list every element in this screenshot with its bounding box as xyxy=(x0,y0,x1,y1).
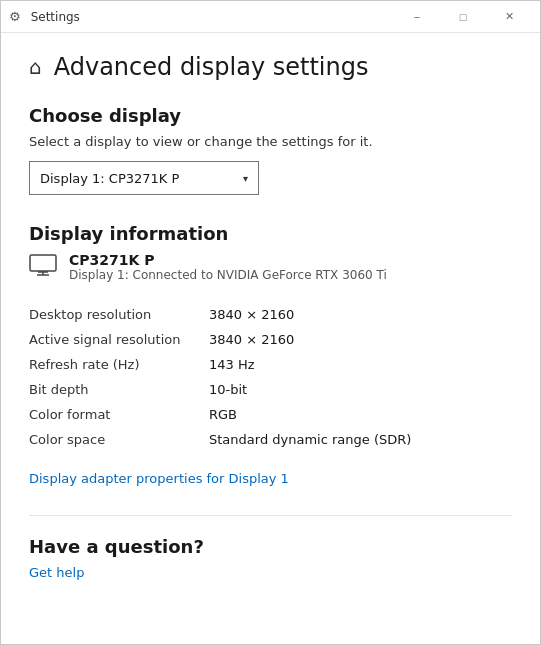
info-value: 143 Hz xyxy=(209,352,512,377)
info-label: Refresh rate (Hz) xyxy=(29,352,209,377)
choose-display-subtitle: Select a display to view or change the s… xyxy=(29,134,512,149)
display-info-title: Display information xyxy=(29,223,512,244)
maximize-button[interactable]: □ xyxy=(440,1,486,33)
adapter-properties-link[interactable]: Display adapter properties for Display 1 xyxy=(29,471,289,486)
monitor-details: CP3271K P Display 1: Connected to NVIDIA… xyxy=(69,252,387,282)
table-row: Desktop resolution3840 × 2160 xyxy=(29,302,512,327)
info-value: Standard dynamic range (SDR) xyxy=(209,427,512,452)
page-title: Advanced display settings xyxy=(54,53,369,81)
display-information-section: Display information CP3271K P Display 1:… xyxy=(29,223,512,487)
info-label: Desktop resolution xyxy=(29,302,209,327)
info-label: Bit depth xyxy=(29,377,209,402)
info-value: RGB xyxy=(209,402,512,427)
info-label: Color format xyxy=(29,402,209,427)
settings-window: ⚙ Settings − □ ✕ ⌂ Advanced display sett… xyxy=(0,0,541,645)
table-row: Color spaceStandard dynamic range (SDR) xyxy=(29,427,512,452)
monitor-icon xyxy=(29,254,57,280)
settings-app-icon: ⚙ xyxy=(9,9,21,24)
info-value: 3840 × 2160 xyxy=(209,302,512,327)
title-bar-left: ⚙ Settings xyxy=(9,9,394,24)
info-label: Color space xyxy=(29,427,209,452)
chevron-down-icon: ▾ xyxy=(243,173,248,184)
info-label: Active signal resolution xyxy=(29,327,209,352)
choose-display-section: Choose display Select a display to view … xyxy=(29,105,512,195)
page-header: ⌂ Advanced display settings xyxy=(29,53,512,81)
title-bar-controls: − □ ✕ xyxy=(394,1,532,33)
info-value: 10-bit xyxy=(209,377,512,402)
close-button[interactable]: ✕ xyxy=(486,1,532,33)
title-bar: ⚙ Settings − □ ✕ xyxy=(1,1,540,33)
table-row: Active signal resolution3840 × 2160 xyxy=(29,327,512,352)
monitor-connection: Display 1: Connected to NVIDIA GeForce R… xyxy=(69,268,387,282)
table-row: Refresh rate (Hz)143 Hz xyxy=(29,352,512,377)
have-a-question-section: Have a question? Get help xyxy=(29,515,512,580)
display-dropdown-value: Display 1: CP3271K P xyxy=(40,171,179,186)
table-row: Color formatRGB xyxy=(29,402,512,427)
get-help-link[interactable]: Get help xyxy=(29,565,512,580)
choose-display-title: Choose display xyxy=(29,105,512,126)
table-row: Bit depth10-bit xyxy=(29,377,512,402)
monitor-name: CP3271K P xyxy=(69,252,387,268)
monitor-row: CP3271K P Display 1: Connected to NVIDIA… xyxy=(29,252,512,282)
svg-rect-0 xyxy=(30,255,56,271)
home-icon: ⌂ xyxy=(29,55,42,79)
page-content: ⌂ Advanced display settings Choose displ… xyxy=(1,33,540,644)
minimize-button[interactable]: − xyxy=(394,1,440,33)
title-bar-text: Settings xyxy=(31,10,80,24)
have-question-title: Have a question? xyxy=(29,536,512,557)
display-dropdown[interactable]: Display 1: CP3271K P ▾ xyxy=(29,161,259,195)
display-info-table: Desktop resolution3840 × 2160Active sign… xyxy=(29,302,512,452)
info-value: 3840 × 2160 xyxy=(209,327,512,352)
